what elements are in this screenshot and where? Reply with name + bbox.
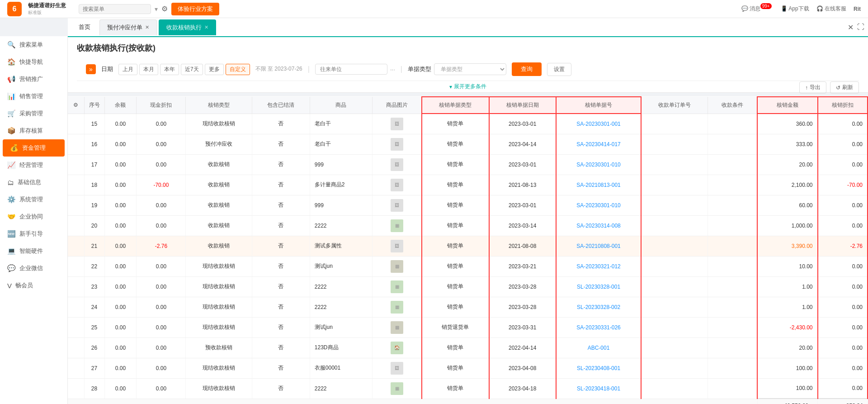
- td-cash-discount: 0.00: [137, 195, 186, 215]
- date-this-year[interactable]: 本年: [160, 64, 179, 75]
- sidebar-item-purchase[interactable]: 🛒采购管理: [0, 105, 67, 122]
- table-row[interactable]: 25 0.00 0.00 现结收款核销 否 测试jun ▩ 销货退货单 2023…: [68, 317, 868, 337]
- filter-expand-button[interactable]: »: [86, 64, 96, 74]
- sidebar-item-marketing[interactable]: 📢营销推广: [0, 71, 67, 88]
- sidebar-icon-marketing: 📢: [7, 75, 16, 83]
- settings-icon[interactable]: ⚙: [161, 5, 168, 13]
- th-bill-type: 核销单据类型: [422, 97, 489, 114]
- td-included-settled: 否: [252, 317, 310, 337]
- tab-writeoff-close[interactable]: ✕: [204, 24, 208, 30]
- app-layout: 🔍搜索菜单🏠快捷导航📢营销推广📊销售管理🛒采购管理📦库存核算💰资金管理📈经营管理…: [0, 18, 868, 404]
- table-row[interactable]: 26 0.00 0.00 预收款核销 否 123D商品 🏠 销货单 2022-0…: [68, 337, 868, 358]
- sidebar-item-system[interactable]: ⚙️系统管理: [0, 191, 67, 208]
- td-cash-discount: 0.00: [137, 297, 186, 317]
- date-last-month[interactable]: 上月: [118, 64, 137, 75]
- sidebar-item-inventory[interactable]: 📦库存核算: [0, 122, 67, 139]
- table-body: 15 0.00 0.00 现结收款核销 否 老白干 🖼 销货单 2023-03-…: [68, 114, 868, 404]
- table-row[interactable]: 23 0.00 0.00 现结收款核销 否 2222 ▦ 销货单 2023-03…: [68, 276, 868, 297]
- td-writeoff-discount: 0.00: [818, 215, 868, 236]
- data-table-container[interactable]: ⚙ 序号 余额 现金折扣 核销类型 包含已结清 商品 商品图片 核销单据类型 核…: [68, 96, 868, 404]
- td-product-img: ▩: [373, 317, 422, 337]
- dropdown-icon[interactable]: ▾: [155, 5, 158, 13]
- voucher-select[interactable]: 单据类型: [434, 63, 506, 75]
- td-writeoff-amount: 2,100.00: [757, 175, 817, 195]
- td-bill-type: 销货单: [422, 134, 489, 154]
- tab-maximize-btn[interactable]: ⛶: [857, 23, 864, 31]
- sidebar-item-sales[interactable]: 📊销售管理: [0, 88, 67, 105]
- td-balance: 0.00: [104, 236, 137, 256]
- sidebar-label-system: 系统管理: [19, 195, 43, 204]
- tab-writeoff[interactable]: 收款核销执行 ✕: [159, 19, 216, 35]
- sidebar-item-operations[interactable]: 📈经营管理: [0, 157, 67, 174]
- user-name[interactable]: Rit: [854, 6, 861, 12]
- sidebar-item-search[interactable]: 🔍搜索菜单: [0, 36, 67, 53]
- table-row[interactable]: 19 0.00 0.00 收款核销 否 999 🖼 销货单 2023-03-01…: [68, 195, 868, 215]
- sidebar-label-operations: 经营管理: [19, 161, 43, 169]
- date-more[interactable]: 更多: [205, 64, 224, 75]
- refresh-button[interactable]: ↺ 刷新: [830, 81, 859, 94]
- td-cash-discount: -2.76: [137, 236, 186, 256]
- tab-prepay[interactable]: 预付冲应付单 ✕: [99, 19, 157, 35]
- date-custom[interactable]: 自定义: [226, 64, 250, 75]
- product-thumb: ▦: [391, 382, 403, 395]
- table-row[interactable]: 20 0.00 0.00 收款核销 否 2222 ▦ 销货单 2023-03-1…: [68, 215, 868, 236]
- query-button[interactable]: 查询: [512, 62, 542, 76]
- date-7days[interactable]: 近7天: [181, 64, 203, 75]
- td-product-img: 🖼: [373, 358, 422, 378]
- table-row[interactable]: 22 0.00 0.00 现结收款核销 否 测试jun ▩ 销货单 2023-0…: [68, 256, 868, 276]
- app-download-link[interactable]: 📱 App下载: [781, 5, 809, 13]
- table-row[interactable]: 21 0.00 -2.76 收款核销 否 测试多属性 🖼 销货单 2021-08…: [68, 236, 868, 256]
- sidebar-item-nav[interactable]: 🏠快捷导航: [0, 53, 67, 71]
- td-no: 21: [84, 236, 104, 256]
- top-search-input[interactable]: [79, 4, 151, 14]
- tab-close-btn[interactable]: ✕: [848, 23, 854, 32]
- product-thumb: 🖼: [391, 199, 403, 212]
- sidebar-item-wechat[interactable]: 💬企业微信: [0, 260, 67, 277]
- td-bill-type: 销货单: [422, 114, 489, 134]
- td-writeoff-amount: -2,430.00: [757, 317, 817, 337]
- sidebar-item-finance[interactable]: 💰资金管理: [3, 139, 65, 157]
- td-writeoff-amount: 10.00: [757, 256, 817, 276]
- table-row[interactable]: 18 0.00 -70.00 收款核销 否 多计量商品2 🖼 销货单 2021-…: [68, 175, 868, 195]
- table-row[interactable]: 28 0.00 0.00 现结收款核销 否 2222 ▦ 销货单 2023-04…: [68, 378, 868, 399]
- table-row[interactable]: 24 0.00 0.00 现结收款核销 否 2222 ▦ 销货单 2023-03…: [68, 297, 868, 317]
- export-button[interactable]: ↑ 导出: [799, 81, 826, 94]
- th-gear[interactable]: ⚙: [68, 97, 84, 114]
- td-receipt-order-no: [641, 317, 708, 337]
- td-writeoff-type: 现结收款核销: [186, 256, 252, 276]
- sidebar-item-basic[interactable]: 🗂基础信息: [0, 174, 67, 191]
- td-writeoff-discount: 0.00: [818, 358, 868, 378]
- date-this-month[interactable]: 本月: [139, 64, 158, 75]
- td-gear: [68, 256, 84, 276]
- tab-home[interactable]: 首页: [71, 19, 98, 35]
- online-service-link[interactable]: 🎧 在线客服: [816, 5, 846, 13]
- partner-input[interactable]: [315, 64, 387, 75]
- td-writeoff-amount: 60.00: [757, 195, 817, 215]
- message-area[interactable]: 💬 消息 99+: [741, 5, 774, 13]
- sidebar-item-hardware[interactable]: 💻智能硬件: [0, 242, 67, 260]
- td-product-img: ▦: [373, 297, 422, 317]
- td-bill-date: 2023-04-18: [489, 378, 556, 399]
- td-balance: 0.00: [104, 337, 137, 358]
- td-receipt-order-no: [641, 195, 708, 215]
- td-bill-type: 销货单: [422, 358, 489, 378]
- table-row[interactable]: 16 0.00 0.00 预付冲应收 否 老白干 🖼 销货单 2023-04-1…: [68, 134, 868, 154]
- table-row[interactable]: 27 0.00 0.00 现结收款核销 否 衣服00001 🖼 销货单 2023…: [68, 358, 868, 378]
- sidebar-item-guide[interactable]: 🆕新手引导: [0, 225, 67, 242]
- product-thumb: 🖼: [391, 138, 403, 151]
- sidebar-item-vip[interactable]: V畅会员: [0, 277, 67, 294]
- tab-prepay-close[interactable]: ✕: [145, 24, 149, 30]
- sidebar-item-corp[interactable]: 🤝企业协同: [0, 208, 67, 225]
- td-bill-type: 销货单: [422, 195, 489, 215]
- settings-button[interactable]: 设置: [547, 63, 571, 76]
- table-row[interactable]: 15 0.00 0.00 现结收款核销 否 老白干 🖼 销货单 2023-03-…: [68, 114, 868, 134]
- expand-more-button[interactable]: ▾ 展开更多条件: [449, 83, 486, 90]
- expand-more-area: ▾ 展开更多条件: [77, 81, 859, 92]
- td-gear: [68, 276, 84, 297]
- partner-dots[interactable]: ···: [390, 66, 395, 73]
- table-row[interactable]: 17 0.00 0.00 收款核销 否 999 🖼 销货单 2023-03-01…: [68, 154, 868, 175]
- td-included-settled: 否: [252, 195, 310, 215]
- td-bill-date: 2022-04-14: [489, 337, 556, 358]
- solution-button[interactable]: 体验行业方案: [171, 3, 219, 15]
- headset-icon: 🎧: [816, 5, 823, 12]
